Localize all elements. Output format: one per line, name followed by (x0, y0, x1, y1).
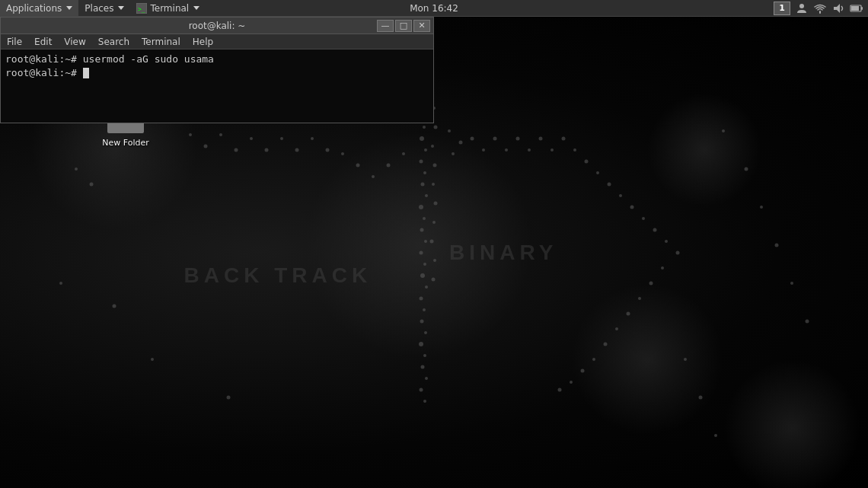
applications-menu[interactable]: Applications (0, 0, 78, 17)
terminal-line-1: root@kali:~# usermod -aG sudo usama (5, 53, 429, 66)
svg-point-98 (151, 358, 154, 361)
svg-point-61 (596, 171, 599, 174)
volume-icon (832, 2, 844, 14)
svg-point-28 (423, 308, 426, 311)
terminal-titlebar: root@kali: ~ — □ ✕ (1, 18, 433, 34)
svg-point-34 (425, 377, 428, 380)
svg-point-86 (295, 148, 299, 152)
svg-point-68 (676, 251, 680, 255)
svg-point-25 (420, 273, 425, 278)
minimize-button[interactable]: — (377, 20, 394, 32)
svg-point-40 (433, 164, 437, 167)
svg-point-70 (649, 282, 653, 285)
orb-5 (647, 93, 761, 207)
places-menu[interactable]: Places (78, 0, 130, 17)
menu-view[interactable]: View (58, 34, 91, 49)
terminal-title: root@kali: ~ (189, 21, 246, 31)
svg-point-31 (419, 342, 423, 346)
svg-point-56 (539, 137, 543, 141)
svg-point-14 (424, 148, 427, 152)
svg-point-18 (425, 194, 428, 197)
orb-4 (723, 359, 860, 488)
terminal-line-2: root@kali:~# (5, 66, 429, 80)
svg-point-81 (219, 133, 222, 136)
battery-tray-icon[interactable] (848, 0, 865, 17)
svg-point-82 (235, 148, 238, 152)
svg-text:>_: >_ (138, 6, 145, 13)
svg-point-83 (250, 137, 253, 140)
folder-label: New Folder (102, 138, 148, 148)
svg-point-16 (423, 171, 426, 174)
svg-point-71 (638, 297, 641, 300)
svg-point-108 (714, 434, 717, 437)
svg-point-80 (204, 145, 208, 148)
terminal-body[interactable]: root@kali:~# usermod -aG sudo usama root… (1, 49, 433, 123)
svg-point-63 (619, 194, 622, 197)
svg-point-57 (550, 148, 554, 152)
svg-point-49 (452, 152, 455, 155)
svg-point-30 (424, 331, 427, 334)
svg-point-93 (402, 152, 405, 155)
orb-2 (305, 131, 533, 359)
svg-point-106 (684, 358, 687, 361)
svg-point-76 (581, 369, 585, 373)
cursor (83, 68, 89, 78)
svg-point-85 (280, 137, 283, 140)
svg-point-102 (760, 206, 763, 209)
volume-tray-icon[interactable] (830, 0, 847, 17)
svg-point-13 (420, 136, 424, 141)
terminal-icon: >_ (136, 3, 147, 14)
svg-point-43 (432, 221, 436, 224)
svg-point-58 (562, 137, 566, 141)
svg-point-45 (433, 259, 436, 262)
svg-point-77 (570, 381, 573, 384)
terminal-menu[interactable]: >_ Terminal (130, 0, 206, 17)
applications-label: Applications (6, 3, 62, 14)
svg-point-52 (493, 137, 497, 141)
close-button[interactable]: ✕ (413, 20, 430, 32)
svg-point-104 (790, 282, 793, 285)
user-tray-icon[interactable] (793, 0, 810, 17)
user-icon (796, 2, 808, 14)
svg-point-64 (630, 206, 634, 209)
topbar-right: 1 (774, 0, 868, 17)
svg-point-74 (604, 343, 608, 346)
svg-point-42 (434, 202, 438, 206)
orb-3 (571, 283, 723, 435)
menu-help[interactable]: Help (187, 34, 219, 49)
svg-point-19 (419, 205, 423, 209)
terminal-menubar: File Edit View Search Terminal Help (1, 34, 433, 49)
wallpaper-binary-text: BINARY (449, 241, 557, 265)
svg-point-39 (431, 145, 434, 148)
svg-point-21 (420, 228, 424, 232)
places-arrow-icon (118, 6, 124, 10)
svg-point-55 (528, 148, 531, 152)
svg-point-24 (423, 263, 426, 266)
svg-point-51 (482, 148, 485, 152)
svg-point-59 (573, 148, 576, 152)
battery-icon (850, 2, 863, 14)
maximize-button[interactable]: □ (395, 20, 412, 32)
menu-search[interactable]: Search (92, 34, 136, 49)
svg-point-36 (423, 400, 426, 403)
svg-point-91 (372, 175, 375, 178)
svg-point-79 (189, 133, 192, 136)
menu-terminal[interactable]: Terminal (136, 34, 187, 49)
svg-point-73 (615, 327, 618, 330)
wifi-tray-icon[interactable] (812, 0, 828, 17)
svg-point-17 (421, 183, 425, 187)
svg-point-92 (387, 164, 391, 167)
menu-file[interactable]: File (1, 34, 28, 49)
topbar-left: Applications Places >_ Terminal (0, 0, 206, 17)
svg-point-103 (775, 244, 779, 247)
svg-point-44 (430, 240, 434, 244)
wifi-icon (814, 2, 826, 14)
menu-edit[interactable]: Edit (28, 34, 58, 49)
workspace-indicator[interactable]: 1 (774, 2, 790, 15)
places-label: Places (85, 3, 113, 14)
svg-point-53 (505, 148, 508, 152)
svg-point-99 (227, 396, 231, 400)
svg-point-78 (558, 388, 562, 392)
svg-point-62 (608, 183, 611, 187)
svg-point-75 (592, 358, 595, 361)
